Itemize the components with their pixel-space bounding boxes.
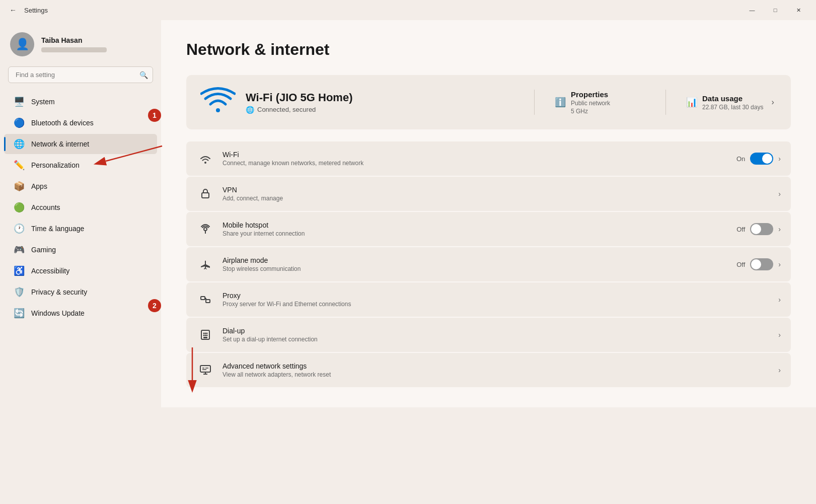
svg-point-11 xyxy=(205,333,206,334)
sidebar-item-privacy[interactable]: 🛡️ Privacy & security xyxy=(4,282,157,302)
banner-separator-2 xyxy=(665,90,666,115)
wifi-row-icon xyxy=(196,150,214,168)
svg-point-14 xyxy=(205,335,206,336)
svg-point-0 xyxy=(216,108,220,112)
banner-separator xyxy=(534,90,535,115)
search-box: 🔍 xyxy=(8,66,153,83)
wifi-name: Wi-Fi (JIO 5G Home) xyxy=(246,91,514,104)
hotspot-chevron: › xyxy=(778,225,781,233)
sidebar: 👤 Taiba Hasan 🔍 🖥️ System 🔵 Bluetooth & … xyxy=(0,20,161,407)
data-usage-text: Data usage 22.87 GB, last 30 days xyxy=(702,94,763,111)
svg-point-15 xyxy=(206,335,208,336)
data-usage-icon: 📊 xyxy=(686,97,697,108)
user-subtitle xyxy=(41,47,107,52)
maximize-button[interactable]: □ xyxy=(764,2,787,18)
wifi-toggle[interactable] xyxy=(750,153,773,165)
proxy-row-text: Proxy Proxy server for Wi-Fi and Etherne… xyxy=(222,292,770,308)
wifi-row-text: Wi-Fi Connect, manage known networks, me… xyxy=(222,151,728,167)
hotspot-row-icon xyxy=(196,220,214,238)
titlebar: ← Settings — □ ✕ xyxy=(0,0,816,20)
setting-row-dialup[interactable]: Dial-up Set up a dial-up internet connec… xyxy=(186,318,791,352)
setting-row-airplane[interactable]: Airplane mode Stop wireless communicatio… xyxy=(186,247,791,281)
setting-row-wifi[interactable]: Wi-Fi Connect, manage known networks, me… xyxy=(186,141,791,176)
search-input[interactable] xyxy=(8,66,153,83)
sidebar-item-personalization[interactable]: ✏️ Personalization xyxy=(4,155,157,175)
properties-text: Properties Public network 5 GHz xyxy=(571,90,610,115)
sidebar-item-label: Personalization xyxy=(31,161,80,169)
vpn-row-right: › xyxy=(778,190,781,198)
sidebar-item-label: Bluetooth & devices xyxy=(31,119,94,127)
sidebar-item-accessibility[interactable]: ♿ Accessibility xyxy=(4,261,157,281)
sidebar-item-label: Gaming xyxy=(31,246,56,254)
dialup-row-right: › xyxy=(778,331,781,339)
sidebar-item-label: Windows Update xyxy=(31,309,85,317)
apps-icon: 📦 xyxy=(14,181,24,191)
svg-point-1 xyxy=(204,162,206,164)
back-button[interactable]: ← xyxy=(6,3,20,17)
banner-data-usage[interactable]: 📊 Data usage 22.87 GB, last 30 days › xyxy=(686,94,777,111)
time-icon: 🕐 xyxy=(14,224,24,234)
svg-point-13 xyxy=(203,335,205,336)
vpn-row-text: VPN Add, connect, manage xyxy=(222,186,770,202)
data-usage-chevron: › xyxy=(771,98,774,107)
wifi-status: 🌐 Connected, secured xyxy=(246,106,514,114)
svg-rect-6 xyxy=(206,300,210,303)
sidebar-item-apps[interactable]: 📦 Apps xyxy=(4,176,157,196)
sidebar-item-system[interactable]: 🖥️ System xyxy=(4,92,157,112)
user-name: Taiba Hasan xyxy=(41,36,151,44)
setting-row-proxy[interactable]: Proxy Proxy server for Wi-Fi and Etherne… xyxy=(186,282,791,317)
close-button[interactable]: ✕ xyxy=(787,2,810,18)
proxy-chevron: › xyxy=(778,296,781,304)
sidebar-item-bluetooth[interactable]: 🔵 Bluetooth & devices 1 xyxy=(4,113,157,133)
annotation-badge-1: 1 xyxy=(148,109,161,122)
vpn-chevron: › xyxy=(778,190,781,198)
airplane-row-text: Airplane mode Stop wireless communicatio… xyxy=(222,256,728,272)
svg-rect-16 xyxy=(203,337,207,338)
main-content: Network & internet Wi-Fi (JIO 5G Home) xyxy=(161,20,816,407)
sidebar-item-network[interactable]: 🌐 Network & internet xyxy=(4,134,157,154)
bluetooth-icon: 🔵 xyxy=(14,118,24,128)
banner-properties[interactable]: ℹ️ Properties Public network 5 GHz xyxy=(555,90,645,115)
globe-icon: 🌐 xyxy=(246,106,254,114)
wifi-row-right: On › xyxy=(736,153,781,165)
airplane-chevron: › xyxy=(778,260,781,268)
sidebar-item-label: Privacy & security xyxy=(31,288,87,296)
wifi-banner-icon xyxy=(200,85,236,119)
network-icon: 🌐 xyxy=(14,139,24,149)
sidebar-item-gaming[interactable]: 🎮 Gaming xyxy=(4,240,157,260)
hotspot-row-right: Off › xyxy=(736,223,781,235)
advanced-row-text: Advanced network settings View all netwo… xyxy=(222,362,770,378)
hotspot-toggle[interactable] xyxy=(750,223,773,235)
sidebar-item-accounts[interactable]: 🟢 Accounts xyxy=(4,197,157,218)
settings-list: Wi-Fi Connect, manage known networks, me… xyxy=(186,141,791,387)
search-icon: 🔍 xyxy=(139,71,148,79)
airplane-toggle[interactable] xyxy=(750,258,773,270)
sidebar-item-time[interactable]: 🕐 Time & language xyxy=(4,219,157,239)
sidebar-item-label: Network & internet xyxy=(31,140,89,148)
wifi-banner-info: Wi-Fi (JIO 5G Home) 🌐 Connected, secured xyxy=(246,91,514,114)
minimize-button[interactable]: — xyxy=(740,2,764,18)
dialup-chevron: › xyxy=(778,331,781,339)
proxy-row-icon xyxy=(196,291,214,309)
sidebar-item-update[interactable]: 🔄 Windows Update 2 xyxy=(4,303,157,323)
accounts-icon: 🟢 xyxy=(14,202,24,212)
sidebar-item-label: Apps xyxy=(31,182,47,190)
sidebar-item-label: Accounts xyxy=(31,203,60,211)
svg-point-3 xyxy=(204,228,207,231)
avatar-icon: 👤 xyxy=(16,38,29,51)
wifi-banner[interactable]: Wi-Fi (JIO 5G Home) 🌐 Connected, secured… xyxy=(186,75,791,129)
app-title: Settings xyxy=(24,7,48,14)
user-info: Taiba Hasan xyxy=(41,36,151,52)
advanced-row-right: › xyxy=(778,366,781,374)
update-icon: 🔄 xyxy=(14,308,24,318)
setting-row-advanced[interactable]: Advanced network settings View all netwo… xyxy=(186,353,791,387)
sidebar-item-label: Accessibility xyxy=(31,267,69,275)
advanced-row-icon xyxy=(196,361,214,379)
page-title: Network & internet xyxy=(186,40,791,59)
properties-icon: ℹ️ xyxy=(555,97,566,108)
advanced-chevron: › xyxy=(778,366,781,374)
vpn-row-icon xyxy=(196,185,214,203)
annotation-badge-2: 2 xyxy=(148,299,161,312)
setting-row-hotspot[interactable]: Mobile hotspot Share your internet conne… xyxy=(186,212,791,246)
setting-row-vpn[interactable]: VPN Add, connect, manage › xyxy=(186,177,791,211)
